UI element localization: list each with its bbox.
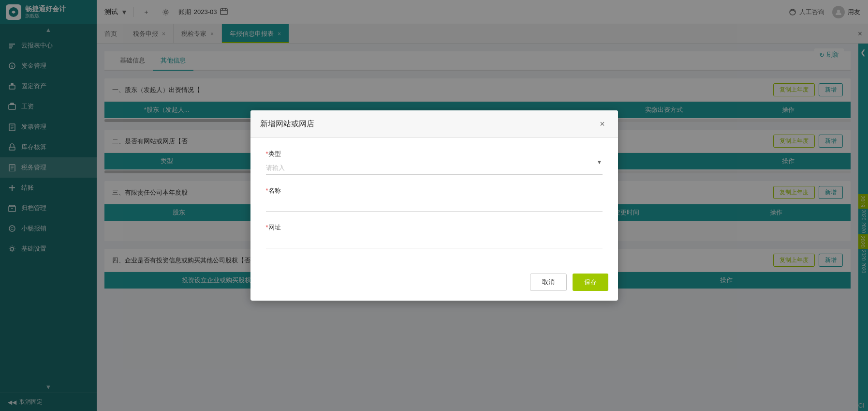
dialog-footer: 取消 保存 — [250, 268, 618, 301]
dialog-title: 新增网站或网店 — [260, 119, 314, 129]
form-label-url: *网址 — [266, 223, 603, 232]
type-input[interactable] — [266, 161, 603, 175]
close-icon: × — [600, 119, 605, 129]
name-input[interactable] — [266, 198, 603, 212]
dialog-body: *类型 ▼ *名称 *网址 — [250, 138, 618, 268]
save-button[interactable]: 保存 — [573, 274, 608, 291]
cancel-button[interactable]: 取消 — [530, 274, 567, 291]
form-label-name: *名称 — [266, 186, 603, 195]
dialog-close-button[interactable]: × — [597, 118, 608, 130]
dialog-header: 新增网站或网店 × — [250, 110, 618, 138]
form-field-url: *网址 — [266, 223, 603, 248]
form-field-name: *名称 — [266, 186, 603, 212]
url-input[interactable] — [266, 235, 603, 248]
form-select-type-wrapper: *类型 ▼ — [266, 150, 603, 175]
form-label-type: *类型 — [266, 150, 603, 158]
name-label-text: 名称 — [268, 187, 281, 194]
url-label-text: 网址 — [268, 224, 281, 231]
dialog-overlay: 新增网站或网店 × *类型 ▼ *名称 — [0, 0, 868, 411]
form-field-type: *类型 ▼ — [266, 150, 603, 175]
type-label-text: 类型 — [268, 150, 281, 157]
dialog-add-website: 新增网站或网店 × *类型 ▼ *名称 — [250, 110, 618, 301]
